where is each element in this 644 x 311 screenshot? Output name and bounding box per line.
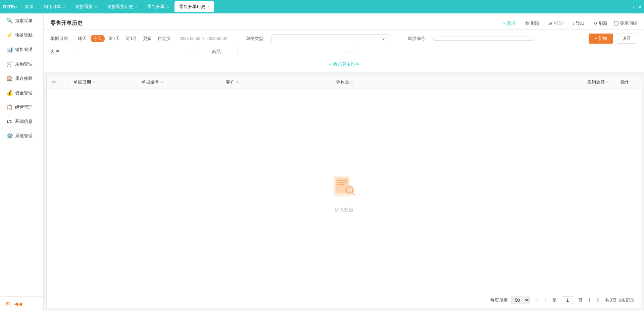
- query-button[interactable]: + 新增: [589, 34, 613, 44]
- show-detail-checkbox[interactable]: [614, 21, 618, 25]
- next-page-btn[interactable]: ⟩: [587, 297, 592, 303]
- delete-button[interactable]: 🗑 删除: [522, 19, 542, 28]
- th-amount-sort-icon[interactable]: ⇅: [606, 80, 609, 84]
- th-amount: 实销金额 ⇅: [554, 79, 611, 85]
- goods-label: 商品: [212, 49, 232, 55]
- page-number-input[interactable]: [561, 296, 574, 304]
- sidebar-collapse-icon[interactable]: ◀◀: [14, 301, 22, 307]
- sidebar-item-5[interactable]: 💰资金管理: [0, 86, 43, 100]
- th-guide-sort-icon[interactable]: ⇅: [350, 80, 353, 84]
- customer-input[interactable]: ...: [76, 47, 193, 56]
- tab-close-3[interactable]: ×: [135, 5, 137, 9]
- tab-close-1[interactable]: ×: [63, 5, 65, 9]
- date-range-text: 2023-06-02 至 2023-06-02: [180, 36, 227, 42]
- date-opt-近7天[interactable]: 近7天: [107, 35, 122, 42]
- date-opt-今天[interactable]: 今天: [91, 35, 105, 42]
- order-type-chevron-icon: ∨: [382, 36, 385, 41]
- sidebar-icon-6: 📋: [6, 104, 12, 110]
- add-button[interactable]: + 新增: [500, 19, 518, 28]
- sidebar-icon-2: 📊: [6, 46, 12, 53]
- th-order-no-label: 单据编号: [142, 79, 159, 85]
- pagination: 每页显示 50 10 20 100 ⟨⟨ ⟨ 第 页 ⟩ ⟩⟩ 共0页, 0条记…: [47, 292, 641, 308]
- sidebar-icon-0: 🔍: [6, 17, 12, 24]
- th-date-sort-icon[interactable]: ⇅: [92, 80, 95, 84]
- tab-1[interactable]: 销售订单×: [39, 1, 70, 12]
- order-type-select[interactable]: ∨: [271, 34, 389, 43]
- page-nav: ⟨⟨ ⟨ 第 页 ⟩ ⟩⟩: [533, 296, 602, 304]
- first-page-btn[interactable]: ⟨⟨: [533, 297, 541, 303]
- page-title: 零售开单历史: [50, 20, 83, 27]
- date-label: 单据日期: [50, 36, 70, 42]
- show-detail-label: 显示明细: [620, 20, 637, 27]
- order-no-input[interactable]: [433, 37, 534, 41]
- order-type-label: 单据类型: [246, 36, 266, 42]
- tab-0[interactable]: 首页: [20, 1, 38, 12]
- tab-4[interactable]: 零售开单×: [143, 1, 174, 12]
- top-nav: OfTEn 首页销售订单×销货退货×销货退货历史×零售开单×零售开单历史× − …: [0, 0, 644, 13]
- brand-text: OfTEn: [3, 4, 17, 9]
- tab-label-2: 销货退货: [75, 4, 93, 10]
- th-checkbox[interactable]: [60, 80, 71, 84]
- goods-input[interactable]: ...: [238, 47, 355, 56]
- sidebar-item-3[interactable]: 🛒采购管理: [0, 57, 43, 71]
- sidebar-icon-8: ⚙️: [6, 133, 12, 139]
- settings-gear-icon[interactable]: ⚙: [5, 301, 10, 307]
- settings-button[interactable]: 设置: [616, 34, 637, 44]
- sidebar-item-7[interactable]: 🗂基础信息: [0, 114, 43, 128]
- sidebar-item-8[interactable]: ⚙️系统管理: [0, 128, 43, 143]
- sidebar-item-4[interactable]: 🏠库存核算: [0, 71, 43, 86]
- th-guide-label: 导购员: [336, 79, 349, 85]
- sidebar-label-2: 销售管理: [15, 47, 33, 53]
- per-page-select[interactable]: 50 10 20 100: [511, 296, 530, 304]
- tab-5[interactable]: 零售开单历史×: [175, 1, 214, 12]
- sidebar-bottom: ⚙ ◀◀: [0, 296, 43, 311]
- th-customer-sort-icon[interactable]: ⇅: [236, 80, 239, 84]
- date-opt-昨天[interactable]: 昨天: [76, 35, 89, 42]
- restore-btn[interactable]: □: [634, 4, 636, 9]
- tab-2[interactable]: 销货退货×: [70, 1, 101, 12]
- sidebar-label-4: 库存核算: [15, 75, 33, 82]
- tab-label-3: 销货退货历史: [107, 4, 133, 10]
- export-button[interactable]: ↓ 导出: [569, 19, 587, 28]
- date-opt-更多[interactable]: 更多: [141, 35, 154, 42]
- sidebar-icon-7: 🗂: [6, 118, 12, 124]
- sidebar-label-3: 采购管理: [15, 61, 33, 67]
- show-detail-checkbox-label: 显示明细: [614, 20, 637, 27]
- minimize-btn[interactable]: −: [628, 4, 631, 9]
- th-date: 单据日期 ⇅: [71, 79, 139, 85]
- filter-row-1: 单据日期 昨天今天近7天近1月更多自定义 2023-06-02 至 2023-0…: [50, 34, 637, 44]
- close-btn[interactable]: ×: [639, 4, 641, 9]
- refresh-button[interactable]: ↺ 刷新: [591, 19, 610, 28]
- tab-close-4[interactable]: ×: [167, 5, 169, 9]
- last-page-btn[interactable]: ⟩⟩: [594, 297, 602, 303]
- goods-ellipsis: ...: [348, 49, 351, 54]
- sidebar-item-2[interactable]: 📊销售管理: [0, 42, 43, 57]
- tabs-container: 首页销售订单×销货退货×销货退货历史×零售开单×零售开单历史×: [20, 1, 214, 12]
- empty-state: 暂无数据: [47, 89, 641, 292]
- prev-page-btn[interactable]: ⟨: [543, 297, 548, 303]
- sidebar-label-1: 快捷导航: [15, 32, 33, 38]
- sidebar-label-0: 搜索采单: [15, 18, 33, 24]
- th-guide: 导购员 ⇅: [333, 79, 391, 85]
- tab-3[interactable]: 销货退货历史×: [102, 1, 142, 12]
- select-all-checkbox[interactable]: [63, 80, 67, 84]
- sidebar-item-6[interactable]: 📋经营管理: [0, 100, 43, 114]
- tab-close-5[interactable]: ×: [207, 5, 209, 9]
- th-action-label: 操作: [621, 79, 629, 85]
- date-opt-近1月[interactable]: 近1月: [124, 35, 139, 42]
- print-button[interactable]: 🖨 打印: [546, 19, 566, 28]
- tab-label-4: 零售开单: [147, 4, 165, 10]
- date-opt-自定义[interactable]: 自定义: [156, 35, 173, 42]
- sidebar-label-5: 资金管理: [15, 90, 33, 96]
- sidebar-item-1[interactable]: ⚡快捷导航: [0, 28, 43, 42]
- per-page-label: 每页显示: [490, 297, 508, 303]
- empty-text: 暂无数据: [335, 207, 353, 213]
- sidebar-item-0[interactable]: 🔍搜索采单: [0, 13, 43, 28]
- sidebar-icon-5: 💰: [6, 90, 12, 96]
- collapse-conditions-btn[interactable]: ∧ 收起更多条件: [50, 59, 637, 68]
- th-order-no-sort-icon[interactable]: ⇅: [160, 80, 163, 84]
- tab-close-2[interactable]: ×: [95, 5, 97, 9]
- sidebar-label-6: 经营管理: [15, 104, 33, 110]
- th-order-no: 单据编号 ⇅: [139, 79, 223, 85]
- th-settings[interactable]: ⚙: [49, 80, 60, 85]
